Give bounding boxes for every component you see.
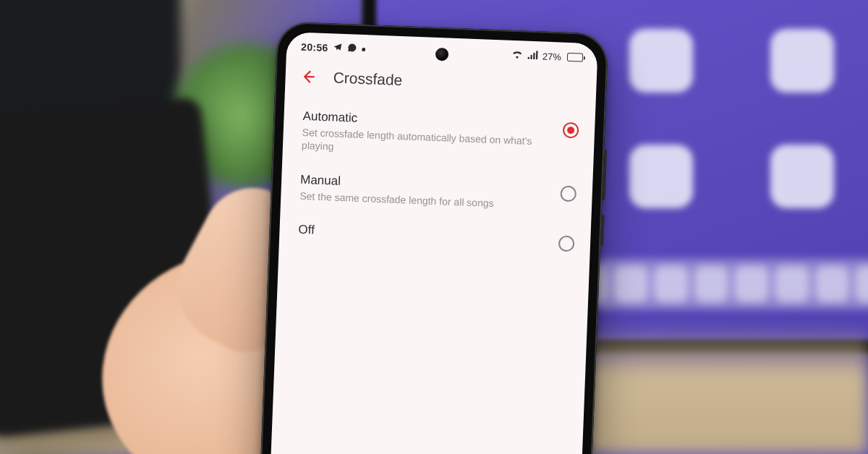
option-title: Off — [298, 223, 546, 247]
telegram-icon — [333, 42, 343, 53]
wifi-icon — [511, 49, 524, 61]
battery-icon — [566, 53, 583, 62]
phone-frame: 20:56 27% — [258, 21, 609, 454]
arrow-left-icon — [299, 69, 316, 85]
notification-dot-icon — [362, 47, 365, 51]
battery-percent: 27% — [542, 51, 562, 62]
message-icon — [347, 43, 357, 54]
status-right: 27% — [511, 49, 584, 63]
back-button[interactable] — [298, 67, 318, 87]
page-title: Crossfade — [333, 69, 403, 89]
background-tablet — [0, 96, 233, 438]
status-left: 20:56 — [301, 41, 366, 55]
option-automatic[interactable]: Automatic Set crossfade length automatic… — [282, 98, 595, 174]
radio-unselected-icon[interactable] — [560, 186, 576, 202]
phone-screen: 20:56 27% — [268, 32, 597, 454]
background-monitor-icons — [629, 29, 861, 217]
radio-unselected-icon[interactable] — [558, 236, 575, 252]
signal-icon — [527, 50, 539, 61]
status-time: 20:56 — [301, 41, 328, 53]
radio-selected-icon[interactable] — [563, 122, 579, 139]
